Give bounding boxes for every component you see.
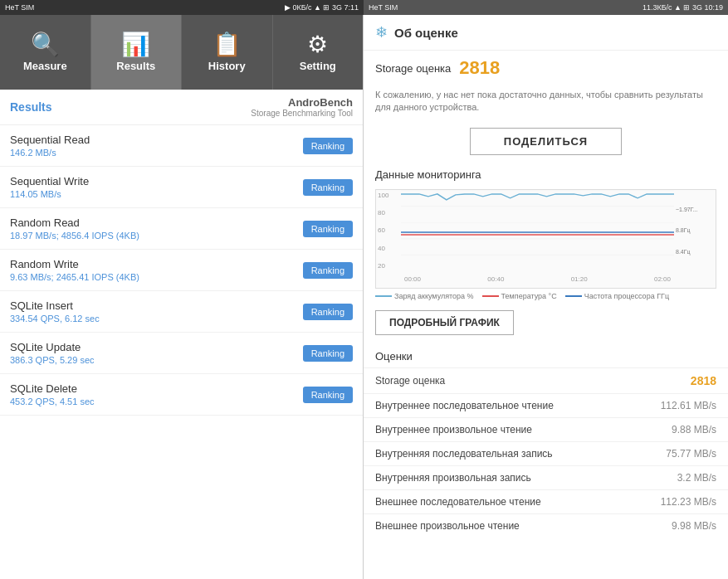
bench-value-4: 334.54 QPS, 6.12 sec [10, 314, 100, 324]
benchmark-row-4: SQLite Insert 334.54 QPS, 6.12 sec Ranki… [0, 291, 363, 333]
legend-temp: Температура °С [482, 292, 557, 300]
logo-sub: Storage Benchmarking Tool [251, 109, 353, 118]
benchmark-info-4: SQLite Insert 334.54 QPS, 6.12 sec [10, 299, 100, 324]
info-text: К сожалению, у нас нет пока достаточно д… [364, 85, 728, 123]
status-icons-right: 11.3КБ/с ▲ ⊞ 3G 10:19 [642, 3, 723, 12]
tab-measure[interactable]: 🔍 Measure [0, 15, 91, 90]
benchmark-info-5: SQLite Update 386.3 QPS, 5.29 sec [10, 341, 95, 365]
logo-main: AndroBench [251, 96, 353, 109]
share-button[interactable]: ПОДЕЛИТЬСЯ [470, 128, 622, 155]
legend-battery-label: Заряд аккумулятора % [394, 292, 474, 300]
score-row-value-6: 9.98 MB/s [672, 520, 716, 532]
score-section: Storage оценка 2818 [364, 51, 728, 85]
score-value: 2818 [459, 57, 500, 79]
share-btn-container: ПОДЕЛИТЬСЯ [364, 123, 728, 163]
benchmark-row-0: Sequential Read 146.2 MB/s Ranking [0, 125, 363, 167]
status-bar-left: HeT SIM ▶ 0КБ/с ▲ ⊞ 3G 7:11 [0, 0, 364, 15]
tab-setting[interactable]: ⚙ Setting [273, 15, 364, 90]
tab-history-label: History [208, 60, 246, 72]
legend-temp-color [482, 295, 499, 297]
history-icon: 📋 [213, 33, 242, 56]
scores-title: Оценки [364, 347, 728, 367]
score-row-label-5: Внешнее последовательное чтение [375, 496, 541, 508]
tab-setting-label: Setting [300, 60, 336, 72]
benchmark-info-2: Random Read 18.97 MB/s; 4856.4 IOPS (4KB… [10, 217, 139, 241]
bench-value-2: 18.97 MB/s; 4856.4 IOPS (4KB) [10, 231, 139, 241]
measure-icon: 🔍 [31, 33, 60, 56]
bench-name-3: Random Write [10, 258, 139, 270]
bench-value-3: 9.63 MB/s; 2465.41 IOPS (4KB) [10, 272, 139, 282]
carrier-left: HeT SIM [5, 3, 34, 12]
benchmark-info-0: Sequential Read 146.2 MB/s [10, 134, 90, 158]
bench-name-1: Sequential Write [10, 175, 89, 187]
tab-measure-label: Measure [23, 60, 67, 72]
benchmark-row-2: Random Read 18.97 MB/s; 4856.4 IOPS (4KB… [0, 208, 363, 250]
right-panel-header: ❄ Об оценке [364, 15, 728, 51]
ranking-button-5[interactable]: Ranking [303, 345, 353, 362]
legend-cpu: Частота процессора ГГц [565, 292, 669, 300]
score-row-label-1: Внутреннее последовательное чтение [375, 400, 554, 411]
score-row-value-1: 112.61 MB/s [661, 400, 716, 411]
ranking-button-4[interactable]: Ranking [303, 304, 353, 320]
score-row-6: Внешнее произвольное чтение 9.98 MB/s [364, 513, 728, 538]
score-row-value-4: 3.2 MB/s [677, 472, 716, 484]
chart-area [401, 190, 674, 271]
legend-cpu-label: Частота процессора ГГц [584, 292, 669, 300]
bench-name-2: Random Read [10, 217, 139, 229]
score-row-value-0: 2818 [691, 374, 716, 387]
detail-btn-container: ПОДРОБНЫЙ ГРАФИК [364, 304, 728, 342]
score-row-label-4: Внутренняя произвольная запись [375, 472, 531, 484]
benchmark-row-6: SQLite Delete 453.2 QPS, 4.51 sec Rankin… [0, 374, 363, 416]
setting-icon: ⚙ [307, 33, 328, 56]
bench-name-0: Sequential Read [10, 134, 90, 146]
ranking-button-1[interactable]: Ranking [303, 179, 353, 196]
score-row-value-2: 9.88 MB/s [672, 424, 716, 435]
chart-container: 100 80 60 40 20 [375, 189, 716, 289]
ranking-button-6[interactable]: Ranking [303, 387, 353, 403]
ranking-button-0[interactable]: Ranking [303, 138, 353, 154]
bench-name-6: SQLite Delete [10, 382, 95, 395]
ranking-button-3[interactable]: Ranking [303, 262, 353, 279]
legend-cpu-color [565, 295, 582, 297]
benchmark-row-5: SQLite Update 386.3 QPS, 5.29 sec Rankin… [0, 333, 363, 374]
score-row-3: Внутренняя последовательная запись 75.77… [364, 441, 728, 465]
right-panel: ❄ Об оценке Storage оценка 2818 К сожале… [364, 15, 728, 579]
score-row-label-0: Storage оценка [375, 375, 445, 387]
status-bar-right: HeT SIM 11.3КБ/с ▲ ⊞ 3G 10:19 [364, 0, 728, 15]
benchmark-row-1: Sequential Write 114.05 MB/s Ranking [0, 167, 363, 208]
snowflake-icon: ❄ [375, 23, 388, 41]
ranking-button-2[interactable]: Ranking [303, 221, 353, 237]
bench-name-5: SQLite Update [10, 341, 95, 353]
score-label: Storage оценка [375, 62, 451, 75]
left-panel: 🔍 Measure 📊 Results 📋 History ⚙ Setting … [0, 15, 364, 579]
chart-x-axis: 00:00 00:40 01:20 02:00 [401, 271, 674, 288]
bench-value-1: 114.05 MB/s [10, 189, 89, 199]
tab-results-label: Results [116, 60, 155, 72]
status-icons-left: ▶ 0КБ/с ▲ ⊞ 3G 7:11 [285, 3, 359, 12]
benchmark-row-3: Random Write 9.63 MB/s; 2465.41 IOPS (4K… [0, 250, 363, 291]
results-header: Results AndroBench Storage Benchmarking … [0, 90, 363, 125]
score-row-0: Storage оценка 2818 [364, 367, 728, 393]
benchmark-info-1: Sequential Write 114.05 MB/s [10, 175, 89, 199]
score-row-value-5: 112.23 MB/s [661, 496, 716, 508]
bench-name-4: SQLite Insert [10, 299, 100, 312]
score-row-4: Внутренняя произвольная запись 3.2 MB/s [364, 465, 728, 489]
scores-section: Оценки Storage оценка 2818 Внутреннее по… [364, 342, 728, 543]
results-icon: 📊 [121, 33, 150, 56]
benchmark-info-3: Random Write 9.63 MB/s; 2465.41 IOPS (4K… [10, 258, 139, 282]
chart-legend: Заряд аккумулятора % Температура °С Част… [375, 292, 716, 300]
tab-history[interactable]: 📋 History [182, 15, 273, 90]
androbench-logo: AndroBench Storage Benchmarking Tool [251, 96, 353, 118]
carrier-right: HeT SIM [369, 3, 398, 12]
score-row-label-3: Внутренняя последовательная запись [375, 448, 553, 460]
score-row-value-3: 75.77 MB/s [666, 448, 716, 460]
score-row-label-6: Внешнее произвольное чтение [375, 520, 520, 532]
score-row-1: Внутреннее последовательное чтение 112.6… [364, 393, 728, 417]
top-status-bars: HeT SIM ▶ 0КБ/с ▲ ⊞ 3G 7:11 HeT SIM 11.3… [0, 0, 728, 15]
detail-button[interactable]: ПОДРОБНЫЙ ГРАФИК [375, 310, 514, 335]
score-row-5: Внешнее последовательное чтение 112.23 M… [364, 489, 728, 513]
tab-results[interactable]: 📊 Results [91, 15, 183, 90]
right-header-title: Об оценке [394, 26, 458, 40]
legend-temp-label: Температура °С [501, 292, 557, 300]
score-row-2: Внутреннее произвольное чтение 9.88 MB/s [364, 417, 728, 441]
